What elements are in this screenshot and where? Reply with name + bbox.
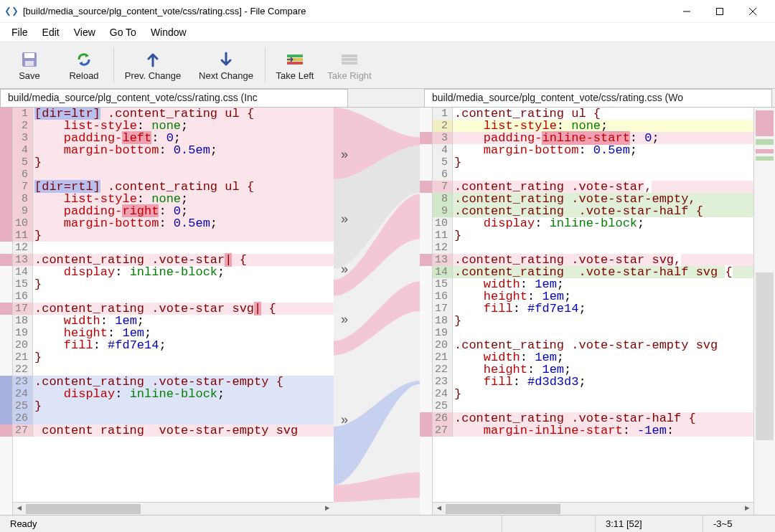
line-text[interactable]: padding-left: 0; (33, 132, 334, 144)
menu-go-to[interactable]: Go To (103, 24, 144, 40)
code-line[interactable]: 27 margin-inline-start: -1em: (433, 424, 753, 437)
code-line[interactable]: 16 height: 1em; (433, 290, 753, 303)
code-line[interactable]: 14 display: inline-block; (13, 266, 334, 278)
code-line[interactable]: 20.content_rating .vote-star-empty svg (433, 339, 753, 351)
menu-window[interactable]: Window (144, 24, 194, 40)
minimize-button[interactable] (670, 0, 703, 23)
reload-button[interactable]: Reload (59, 45, 109, 85)
left-horizontal-scrollbar[interactable]: ◄ ► (13, 502, 334, 515)
merge-arrow[interactable]: » (341, 312, 348, 327)
line-text[interactable]: .content_rating .vote-star-half { (453, 412, 753, 424)
take-left-button[interactable]: Take Left (270, 45, 320, 85)
prev-change-button[interactable]: Prev. Change (118, 45, 187, 85)
right-file-tab[interactable]: build/media_source/plg_content_vote/css/… (424, 89, 772, 107)
code-line[interactable]: 8.content_rating .vote-star-empty, (433, 193, 753, 205)
code-line[interactable]: 9.content_rating .vote-star-half { (433, 205, 753, 217)
line-text[interactable]: } (33, 278, 334, 290)
code-line[interactable]: 2 list-style: none; (13, 120, 334, 132)
code-line[interactable]: 6 (13, 168, 334, 181)
scrollbar-thumb[interactable] (26, 504, 141, 514)
line-text[interactable]: padding-inline-start: 0; (453, 132, 753, 144)
line-text[interactable] (453, 242, 753, 254)
line-text[interactable]: padding-right: 0; (33, 205, 334, 217)
menu-file[interactable]: File (4, 24, 35, 40)
line-text[interactable]: } (33, 156, 334, 168)
line-text[interactable] (33, 412, 334, 424)
menu-edit[interactable]: Edit (35, 24, 67, 40)
line-text[interactable]: width: 1em; (453, 278, 753, 290)
line-text[interactable]: [dir=ltr] .content_rating ul { (33, 108, 334, 120)
code-line[interactable]: 21 width: 1em; (433, 351, 753, 364)
code-line[interactable]: 11} (13, 229, 334, 242)
right-code-pane[interactable]: 1.content_rating ul {2 list-style: none;… (433, 108, 753, 515)
save-button[interactable]: Save (4, 45, 55, 85)
line-text[interactable]: .content_rating .vote-star-empty svg (453, 339, 753, 351)
line-text[interactable] (453, 168, 753, 181)
code-line[interactable]: 25 (433, 400, 753, 412)
code-line[interactable]: 26.content_rating .vote-star-half { (433, 412, 753, 424)
line-text[interactable]: width: 1em; (33, 315, 334, 327)
code-line[interactable]: 17 fill: #fd7e14; (433, 303, 753, 315)
line-text[interactable]: } (33, 229, 334, 242)
line-text[interactable]: height: 1em; (453, 364, 753, 376)
merge-arrow[interactable]: » (341, 147, 348, 162)
code-line[interactable]: 22 (13, 364, 334, 376)
left-change-gutter[interactable] (0, 108, 13, 515)
line-text[interactable]: margin-bottom: 0.5em; (33, 217, 334, 229)
code-line[interactable]: 13.content_rating .vote-star svg, (433, 254, 753, 266)
line-text[interactable]: } (453, 156, 753, 168)
code-line[interactable]: 1[dir=ltr] .content_rating ul { (13, 108, 334, 120)
code-line[interactable]: 18} (433, 315, 753, 327)
code-line[interactable]: 9 padding-right: 0; (13, 205, 334, 217)
code-line[interactable]: 16 (13, 290, 334, 303)
right-horizontal-scrollbar[interactable]: ◄ ► (433, 502, 753, 515)
line-text[interactable]: fill: #fd7e14; (33, 339, 334, 351)
line-text[interactable]: margin-bottom: 0.5em; (453, 144, 753, 156)
code-line[interactable]: 5} (13, 156, 334, 168)
code-line[interactable]: 6 (433, 168, 753, 181)
line-text[interactable]: } (453, 315, 753, 327)
line-text[interactable]: .content_rating .vote-star| { (33, 254, 334, 266)
code-line[interactable]: 14.content_rating .vote-star-half svg { (433, 266, 753, 278)
code-line[interactable]: 10 margin-bottom: 0.5em; (13, 217, 334, 229)
merge-arrow[interactable]: » (341, 412, 348, 427)
line-text[interactable]: margin-bottom: 0.5em; (33, 144, 334, 156)
line-text[interactable] (33, 242, 334, 254)
scrollbar-track[interactable] (446, 503, 741, 516)
line-text[interactable]: } (33, 400, 334, 412)
code-line[interactable]: 7[dir=rtl] .content_rating ul { (13, 181, 334, 193)
code-line[interactable]: 11} (433, 229, 753, 242)
line-text[interactable] (33, 168, 334, 181)
line-text[interactable]: fill: #fd7e14; (453, 303, 753, 315)
scrollbar-track[interactable] (26, 503, 321, 516)
line-text[interactable]: .content_rating .vote-star svg| { (33, 303, 334, 315)
code-line[interactable]: 5} (433, 156, 753, 168)
line-text[interactable]: .content_rating .vote-star-half svg { (453, 266, 753, 278)
line-text[interactable] (33, 290, 334, 303)
code-line[interactable]: 24 display: inline-block; (13, 388, 334, 400)
code-line[interactable]: 15} (13, 278, 334, 290)
line-text[interactable]: list-style: none; (33, 120, 334, 132)
code-line[interactable]: 10 display: inline-block; (433, 217, 753, 229)
line-text[interactable]: margin-inline-start: -1em: (453, 424, 753, 437)
code-line[interactable]: 23 fill: #d3d3d3; (433, 376, 753, 388)
code-line[interactable]: 26 (13, 412, 334, 424)
code-line[interactable]: 2 list-style: none; (433, 120, 753, 132)
code-line[interactable]: 24} (433, 388, 753, 400)
scrollbar-thumb[interactable] (446, 504, 560, 514)
code-line[interactable]: 12 (433, 242, 753, 254)
code-line[interactable]: 4 margin-bottom: 0.5em; (13, 144, 334, 156)
line-text[interactable]: } (33, 351, 334, 364)
line-text[interactable] (453, 327, 753, 339)
line-text[interactable]: } (453, 388, 753, 400)
code-line[interactable]: 18 width: 1em; (13, 315, 334, 327)
line-text[interactable]: fill: #d3d3d3; (453, 376, 753, 388)
code-line[interactable]: 3 padding-inline-start: 0; (433, 132, 753, 144)
close-button[interactable] (736, 0, 769, 23)
line-text[interactable]: .content_rating .vote-star, (453, 181, 753, 193)
scroll-left-button[interactable]: ◄ (433, 503, 446, 516)
line-text[interactable]: display: inline-block; (33, 266, 334, 278)
scroll-left-button[interactable]: ◄ (13, 503, 26, 516)
right-change-gutter[interactable] (420, 108, 433, 515)
code-line[interactable]: 21} (13, 351, 334, 364)
